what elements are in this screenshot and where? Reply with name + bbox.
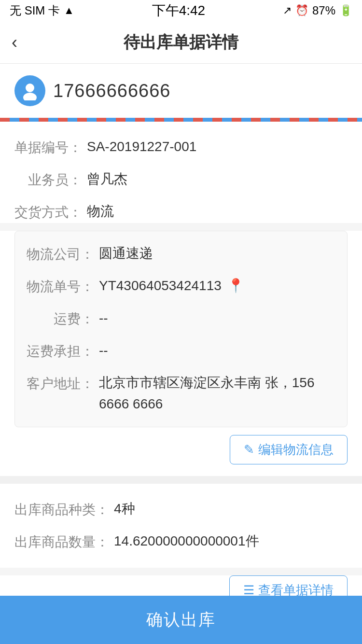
freight-bear-value: -- <box>94 340 335 362</box>
avatar <box>14 75 45 106</box>
carrier-label: 无 SIM 卡 <box>10 3 60 18</box>
logistics-section: 物流公司： 圆通速递 物流单号： YT43064053424113 📍 运费： … <box>0 231 362 476</box>
goods-quantity-value: 14.620000000000001件 <box>109 531 348 552</box>
goods-quantity-row: 出库商品数量： 14.620000000000001件 <box>14 531 348 553</box>
confirm-btn-wrap: 确认出库 <box>0 596 362 644</box>
address-row: 客户地址： 北京市市辖区海淀区永丰南 张，156 6666 6666 <box>27 372 335 416</box>
goods-types-label: 出库商品种类： <box>14 498 109 521</box>
confirm-outbound-button[interactable]: 确认出库 <box>0 596 362 644</box>
svg-point-1 <box>23 93 37 100</box>
alarm-icon: ⏰ <box>295 4 308 17</box>
freight-bear-row: 运费承担： -- <box>27 340 335 363</box>
edit-logistics-label: 编辑物流信息 <box>258 441 334 458</box>
logistics-company-label: 物流公司： <box>27 243 94 266</box>
salesman-label: 业务员： <box>14 168 82 191</box>
edit-logistics-area: ✎ 编辑物流信息 <box>0 435 362 476</box>
delivery-method-label: 交货方式： <box>14 201 82 224</box>
tracking-location-icon[interactable]: 📍 <box>227 275 244 297</box>
logistics-company-row: 物流公司： 圆通速递 <box>27 243 335 266</box>
address-value: 北京市市辖区海淀区永丰南 张，156 6666 6666 <box>94 372 335 416</box>
status-bar: 无 SIM 卡 ▲ 下午4:42 ↗ ⏰ 87% 🔋 <box>0 0 362 21</box>
logistics-tracking-row: 物流单号： YT43064053424113 📍 <box>27 275 335 298</box>
doc-number-value: SA-20191227-001 <box>82 136 348 158</box>
svg-point-0 <box>26 84 34 92</box>
freight-label: 运费： <box>27 308 94 330</box>
battery-label: 87% <box>312 4 335 17</box>
logistics-tracking-label: 物流单号： <box>27 275 94 298</box>
customer-phone: 17666666666 <box>53 81 170 101</box>
logistics-card: 物流公司： 圆通速递 物流单号： YT43064053424113 📍 运费： … <box>14 231 348 427</box>
goods-types-value: 4种 <box>109 498 348 520</box>
salesman-value: 曾凡杰 <box>82 168 348 190</box>
location-status-icon: ↗ <box>283 4 292 17</box>
freight-row: 运费： -- <box>27 308 335 330</box>
page-title: 待出库单据详情 <box>124 31 238 54</box>
status-left: 无 SIM 卡 ▲ <box>10 3 74 18</box>
freight-value: -- <box>94 308 335 329</box>
battery-icon: 🔋 <box>339 4 352 17</box>
wifi-icon: ▲ <box>64 4 74 17</box>
status-time: 下午4:42 <box>152 1 206 20</box>
doc-number-label: 单据编号： <box>14 136 82 159</box>
customer-header: 17666666666 <box>0 64 362 118</box>
back-button[interactable]: ‹ <box>12 32 17 53</box>
nav-bar: ‹ 待出库单据详情 <box>0 21 362 64</box>
delivery-method-row: 交货方式： 物流 <box>14 201 348 224</box>
edit-logistics-icon: ✎ <box>244 442 254 457</box>
status-right: ↗ ⏰ 87% 🔋 <box>283 4 352 17</box>
freight-bear-label: 运费承担： <box>27 340 94 363</box>
doc-info-section: 单据编号： SA-20191227-001 业务员： 曾凡杰 交货方式： 物流 <box>0 122 362 223</box>
logistics-company-value: 圆通速递 <box>94 243 335 265</box>
doc-number-row: 单据编号： SA-20191227-001 <box>14 136 348 159</box>
edit-logistics-button[interactable]: ✎ 编辑物流信息 <box>230 435 348 464</box>
dashed-divider <box>0 118 362 122</box>
section-divider <box>0 476 362 484</box>
goods-types-row: 出库商品种类： 4种 <box>14 498 348 521</box>
salesman-row: 业务员： 曾凡杰 <box>14 168 348 191</box>
address-label: 客户地址： <box>27 372 94 395</box>
logistics-tracking-value: YT43064053424113 📍 <box>94 275 335 297</box>
goods-section: 出库商品种类： 4种 出库商品数量： 14.620000000000001件 <box>0 484 362 568</box>
goods-quantity-label: 出库商品数量： <box>14 531 109 553</box>
delivery-method-value: 物流 <box>82 201 348 223</box>
